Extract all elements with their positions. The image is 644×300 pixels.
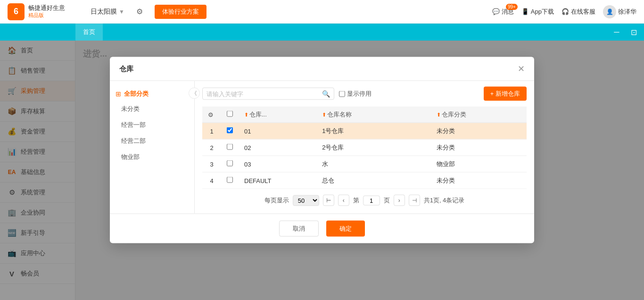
row-num: 4	[202, 172, 221, 189]
dialog-close-button[interactable]: ✕	[518, 64, 525, 74]
row-code: DEFAULT	[239, 172, 316, 189]
dialog-title: 仓库	[119, 64, 133, 73]
th-settings: ⚙	[202, 107, 221, 123]
per-page-label: 每页显示	[264, 196, 289, 205]
table-row[interactable]: 1 01 1号仓库 未分类	[202, 123, 527, 139]
row-category: 未分类	[431, 139, 527, 156]
row-category: 未分类	[431, 123, 527, 139]
collapse-panel-button[interactable]: 《	[189, 88, 200, 99]
select-all-checkbox[interactable]	[227, 111, 233, 117]
sub-header: 首页 ─ ⊡	[0, 24, 644, 41]
all-category-label: 全部分类	[124, 90, 149, 98]
messages-badge: 99+	[506, 4, 518, 10]
table-panel: 🔍 显示停用 + 新增仓库 ⚙ ⬆仓库... ⬆仓库名称	[195, 81, 534, 214]
customer-service-item[interactable]: 🎧 在线客服	[561, 8, 595, 16]
th-code: ⬆仓库...	[239, 107, 316, 123]
row-num: 3	[202, 156, 221, 172]
settings-icon[interactable]: ⚙	[132, 4, 147, 19]
page-number-input[interactable]	[363, 195, 380, 205]
per-page-select[interactable]: 50 100	[293, 195, 319, 206]
table-header-row: ⚙ ⬆仓库... ⬆仓库名称 ⬆仓库分类	[202, 107, 527, 123]
header-right: 💬 消息 99+ 📱 App下载 🎧 在线客服 👤 徐泽华	[492, 5, 636, 18]
first-page-button[interactable]: ⊢	[323, 195, 334, 206]
total-info: 共1页, 4条记录	[424, 196, 465, 205]
category-item-op2[interactable]: 经营二部	[110, 133, 194, 149]
category-panel: ⊞ 全部分类 未分类 经营一部 经营二部 物业部 《	[110, 81, 195, 214]
row-num: 1	[202, 123, 221, 139]
confirm-button[interactable]: 确定	[326, 221, 365, 237]
table-row[interactable]: 2 02 2号仓库 未分类	[202, 139, 527, 156]
show-disabled-checkbox[interactable]	[339, 91, 345, 97]
top-header: 6 畅捷通好生意 精品版 日太阳膜 ▼ ⚙ 体验行业方案 💬 消息 99+ 📱 …	[0, 0, 644, 24]
table-body: 1 01 1号仓库 未分类 2 02 2号仓库 未分类 3 03 水 物业部 4…	[202, 123, 527, 189]
logo-area: 6 畅捷通好生意 精品版	[8, 3, 83, 20]
logo-icon: 6	[8, 3, 25, 20]
app-download-item[interactable]: 📱 App下载	[521, 8, 554, 16]
prev-page-button[interactable]: ‹	[338, 195, 349, 206]
search-box: 🔍	[202, 88, 334, 100]
table-row[interactable]: 4 DEFAULT 总仓 未分类	[202, 172, 527, 189]
table-row[interactable]: 3 03 水 物业部	[202, 156, 527, 172]
next-page-button[interactable]: ›	[394, 195, 405, 206]
user-name: 徐泽华	[618, 8, 636, 16]
minimize-icon[interactable]: ─	[610, 25, 623, 39]
row-checkbox[interactable]	[221, 139, 239, 156]
th-checkbox	[221, 107, 239, 123]
row-name: 2号仓库	[316, 139, 431, 156]
row-checkbox[interactable]	[221, 172, 239, 189]
th-name: ⬆仓库名称	[316, 107, 431, 123]
row-name: 水	[316, 156, 431, 172]
store-arrow-icon: ▼	[119, 8, 124, 15]
brand-sub: 精品版	[28, 12, 65, 19]
page-label-after: 页	[384, 196, 390, 205]
subnav-home[interactable]: 首页	[75, 24, 103, 41]
row-category: 物业部	[431, 156, 527, 172]
maximize-icon[interactable]: ⊡	[627, 25, 640, 39]
store-name: 日太阳膜	[91, 8, 117, 16]
brand-name: 畅捷通好生意	[28, 4, 65, 12]
app-download-label: App下载	[531, 8, 554, 16]
table-toolbar: 🔍 显示停用 + 新增仓库	[202, 87, 527, 101]
phone-icon: 📱	[521, 8, 529, 15]
last-page-button[interactable]: ⊣	[409, 195, 420, 206]
row-name: 1号仓库	[316, 123, 431, 139]
show-disabled-label[interactable]: 显示停用	[339, 90, 372, 98]
grid-icon: ⊞	[116, 90, 121, 98]
warehouse-dialog: 仓库 ✕ ⊞ 全部分类 未分类 经营一部 经营二部 物业部 《 🔍	[110, 57, 534, 243]
add-warehouse-button[interactable]: + 新增仓库	[484, 87, 527, 101]
row-checkbox[interactable]	[221, 156, 239, 172]
sub-header-right: ─ ⊡	[610, 25, 644, 39]
category-item-unclassified[interactable]: 未分类	[110, 101, 194, 117]
header-center: 日太阳膜 ▼ ⚙ 体验行业方案	[83, 4, 492, 19]
headset-icon: 🎧	[561, 8, 569, 15]
category-item-op1[interactable]: 经营一部	[110, 117, 194, 133]
dialog-header: 仓库 ✕	[110, 57, 534, 81]
page-label-before: 第	[353, 196, 359, 205]
row-num: 2	[202, 139, 221, 156]
warehouse-table: ⚙ ⬆仓库... ⬆仓库名称 ⬆仓库分类 1 01 1号仓库 未分类 2 02	[202, 107, 527, 189]
row-code: 01	[239, 123, 316, 139]
trial-button[interactable]: 体验行业方案	[155, 5, 206, 19]
dialog-footer: 取消 确定	[110, 214, 534, 243]
all-category-item[interactable]: ⊞ 全部分类	[110, 87, 194, 101]
table-container: ⚙ ⬆仓库... ⬆仓库名称 ⬆仓库分类 1 01 1号仓库 未分类 2 02	[202, 107, 527, 189]
row-code: 03	[239, 156, 316, 172]
row-category: 未分类	[431, 172, 527, 189]
row-name: 总仓	[316, 172, 431, 189]
customer-service-label: 在线客服	[571, 8, 595, 16]
messages-item[interactable]: 💬 消息 99+	[492, 8, 514, 16]
dialog-body: ⊞ 全部分类 未分类 经营一部 经营二部 物业部 《 🔍 显示停用 + 新增	[110, 81, 534, 214]
pagination: 每页显示 50 100 ⊢ ‹ 第 页 › ⊣ 共1页, 4条记录	[202, 189, 527, 208]
message-icon: 💬	[492, 8, 500, 15]
user-item[interactable]: 👤 徐泽华	[603, 5, 636, 18]
category-item-property[interactable]: 物业部	[110, 149, 194, 165]
avatar: 👤	[603, 5, 616, 18]
cancel-button[interactable]: 取消	[279, 221, 319, 237]
store-selector[interactable]: 日太阳膜 ▼	[91, 8, 124, 16]
search-input[interactable]	[206, 90, 320, 97]
search-icon: 🔍	[322, 90, 330, 98]
row-checkbox[interactable]	[221, 123, 239, 139]
row-code: 02	[239, 139, 316, 156]
th-category: ⬆仓库分类	[431, 107, 527, 123]
